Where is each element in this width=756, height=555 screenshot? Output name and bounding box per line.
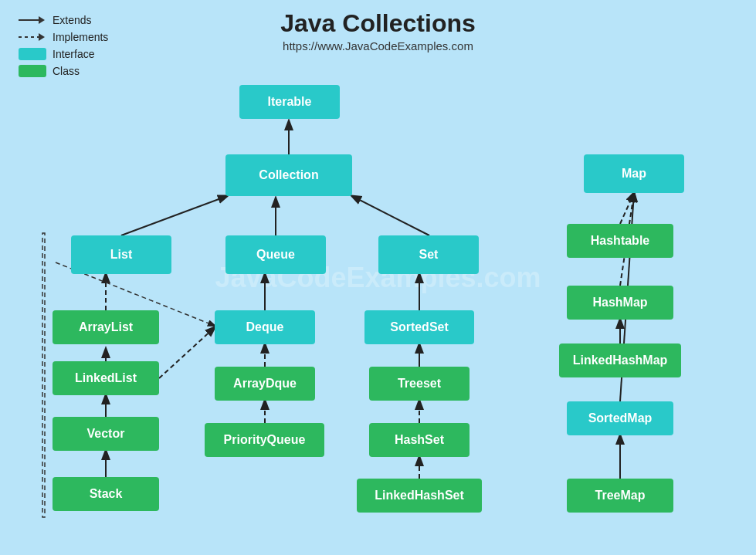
node-arraydque: ArrayDque — [215, 367, 315, 401]
interface-color-icon — [19, 48, 46, 60]
page-subtitle: https://www.JavaCodeExamples.com — [0, 39, 756, 52]
node-map-label: Map — [622, 167, 646, 181]
node-list: List — [71, 235, 171, 274]
node-treemap: TreeMap — [567, 479, 673, 513]
node-linkedlist: LinkedList — [53, 361, 159, 395]
implements-label: Implements — [53, 31, 108, 43]
legend: Extends Implements Interface Class — [19, 14, 108, 82]
node-treeset: Treeset — [369, 367, 470, 401]
node-queue-label: Queue — [256, 248, 295, 262]
node-sortedmap-label: SortedMap — [588, 411, 653, 425]
node-linkedhashmap: LinkedHashMap — [559, 343, 681, 377]
node-arraylist: ArrayList — [53, 310, 159, 344]
node-vector: Vector — [53, 417, 159, 451]
node-queue: Queue — [225, 235, 326, 274]
node-stack: Stack — [53, 477, 159, 511]
legend-class: Class — [19, 65, 108, 77]
node-treeset-label: Treeset — [398, 377, 441, 391]
svg-line-3 — [352, 196, 429, 235]
node-arraylist-label: ArrayList — [79, 320, 133, 334]
legend-implements: Implements — [19, 31, 108, 43]
svg-line-16 — [620, 193, 634, 224]
node-collection: Collection — [225, 154, 352, 196]
node-sortedset-label: SortedSet — [390, 320, 449, 334]
class-label: Class — [53, 65, 80, 77]
node-treemap-label: TreeMap — [595, 489, 646, 503]
extends-icon — [19, 14, 46, 26]
node-linkedhashset: LinkedHashSet — [357, 479, 482, 513]
node-hashmap-label: HashMap — [592, 296, 647, 310]
page-container: Extends Implements Interface Class Java … — [0, 0, 756, 555]
class-color-icon — [19, 65, 46, 77]
node-map: Map — [584, 154, 684, 193]
node-linkedlist-label: LinkedList — [75, 371, 137, 385]
svg-rect-21 — [42, 233, 45, 517]
node-vector-label: Vector — [87, 427, 125, 441]
node-iterable: Iterable — [239, 85, 340, 119]
node-priorityqueue: PriorityQueue — [205, 423, 324, 457]
page-title: Java Collections — [0, 9, 756, 38]
node-sortedset: SortedSet — [364, 310, 474, 344]
implements-icon — [19, 31, 46, 43]
node-arraydque-label: ArrayDque — [233, 377, 297, 391]
node-sortedmap: SortedMap — [567, 401, 673, 435]
legend-extends: Extends — [19, 14, 108, 26]
node-hashtable: Hashtable — [567, 224, 673, 258]
node-linkedhashmap-label: LinkedHashMap — [573, 354, 668, 367]
arrows-svg — [0, 0, 756, 555]
node-priorityqueue-label: PriorityQueue — [224, 433, 306, 447]
node-set: Set — [378, 235, 479, 274]
node-hashset: HashSet — [369, 423, 470, 457]
node-collection-label: Collection — [259, 168, 318, 182]
svg-line-5 — [159, 327, 215, 378]
node-hashset-label: HashSet — [395, 433, 444, 447]
node-set-label: Set — [419, 248, 439, 262]
node-stack-label: Stack — [90, 487, 123, 501]
node-deque-label: Deque — [246, 320, 284, 334]
header: Java Collections https://www.JavaCodeExa… — [0, 0, 756, 52]
node-linkedhashset-label: LinkedHashSet — [375, 489, 464, 503]
node-hashtable-label: Hashtable — [591, 234, 649, 248]
legend-interface: Interface — [19, 48, 108, 60]
svg-line-1 — [121, 196, 227, 235]
node-deque: Deque — [215, 310, 315, 344]
interface-label: Interface — [53, 48, 94, 60]
extends-label: Extends — [53, 14, 92, 26]
node-hashmap: HashMap — [567, 286, 673, 320]
node-list-label: List — [110, 248, 132, 262]
node-iterable-label: Iterable — [268, 95, 312, 109]
